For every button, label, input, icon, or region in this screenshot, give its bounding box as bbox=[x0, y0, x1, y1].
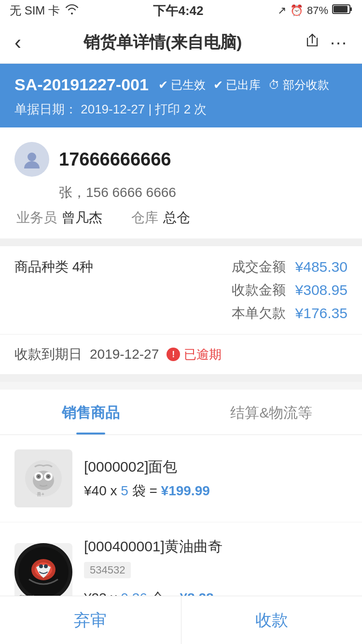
svg-text:兽+: 兽+ bbox=[37, 491, 44, 497]
badge-activated: ✔ 已生效 bbox=[158, 77, 206, 93]
debt-label: 本单欠款 bbox=[232, 304, 286, 322]
qty-bread: 5 bbox=[121, 483, 128, 498]
page-title: 销货单详情(来自电脑) bbox=[84, 31, 242, 54]
collect-button[interactable]: 收款 bbox=[181, 596, 362, 644]
clock-icon: ⏱ bbox=[268, 78, 280, 92]
check-icon-activated: ✔ bbox=[158, 78, 168, 92]
location-icon: ↗ bbox=[278, 4, 286, 17]
customer-section: 17666666666 张，156 6666 6666 业务员 曾凡杰 仓库 总… bbox=[0, 127, 362, 238]
svg-point-10 bbox=[38, 476, 40, 477]
due-date-section: 收款到期日 2019-12-27 ! 已逾期 bbox=[0, 334, 362, 374]
reject-button[interactable]: 弃审 bbox=[0, 596, 181, 644]
share-icon[interactable] bbox=[304, 32, 320, 52]
battery-icon bbox=[332, 4, 352, 17]
product-type-summary: 商品种类 4种 bbox=[14, 258, 93, 276]
back-button[interactable]: ‹ bbox=[14, 31, 21, 54]
alarm-icon: ⏰ bbox=[290, 4, 303, 17]
product-thumb-bread: 兽+ bbox=[14, 449, 72, 507]
badge-shipped: ✔ 已出库 bbox=[213, 77, 261, 93]
svg-point-17 bbox=[39, 564, 43, 568]
status-bar: 无 SIM 卡 下午4:42 ↗ ⏰ 87% bbox=[0, 0, 362, 21]
divider-2 bbox=[0, 374, 362, 382]
badge-partial-payment: ⏱ 部分收款 bbox=[268, 77, 329, 93]
check-icon-shipped: ✔ bbox=[213, 78, 223, 92]
amount-summary: 成交金额 ¥485.30 收款金额 ¥308.95 本单欠款 ¥176.35 bbox=[232, 258, 348, 322]
status-time: 下午4:42 bbox=[153, 2, 203, 19]
sales-label: 业务员 bbox=[16, 209, 57, 227]
tab-sales-products[interactable]: 销售商品 bbox=[0, 390, 181, 434]
product-price-bread: ¥40 x 5 袋 = ¥199.99 bbox=[84, 482, 348, 500]
svg-point-18 bbox=[44, 564, 48, 568]
warehouse-label: 仓库 bbox=[131, 209, 158, 227]
bottom-bar: 弃审 收款 bbox=[0, 596, 362, 644]
product-name-bread: [0000002]面包 bbox=[84, 457, 348, 477]
product-info-bread: [0000002]面包 ¥40 x 5 袋 = ¥199.99 bbox=[84, 457, 348, 500]
transaction-value: ¥485.30 bbox=[295, 259, 348, 275]
svg-point-11 bbox=[47, 476, 49, 477]
customer-meta: 业务员 曾凡杰 仓库 总仓 bbox=[16, 209, 348, 227]
battery-text: 87% bbox=[307, 4, 328, 17]
transaction-label: 成交金额 bbox=[232, 258, 286, 276]
overdue-icon: ! bbox=[167, 348, 180, 361]
overdue-text: 已逾期 bbox=[184, 346, 222, 363]
receipt-value: ¥308.95 bbox=[295, 282, 348, 298]
product-sku-cookie: 534532 bbox=[84, 562, 131, 578]
wifi-icon bbox=[65, 4, 79, 17]
overdue-badge: ! 已逾期 bbox=[167, 346, 222, 363]
nav-actions: ··· bbox=[304, 32, 348, 53]
warehouse-name: 总仓 bbox=[163, 209, 190, 227]
customer-name: 张，156 6666 6666 bbox=[59, 183, 348, 202]
customer-avatar bbox=[14, 142, 49, 177]
status-left: 无 SIM 卡 bbox=[10, 3, 79, 18]
nav-bar: ‹ 销货单详情(来自电脑) ··· bbox=[0, 21, 362, 64]
total-bread: ¥199.99 bbox=[161, 483, 210, 498]
svg-rect-1 bbox=[334, 6, 348, 13]
due-date-value: 2019-12-27 bbox=[90, 347, 159, 362]
product-list: 兽+ [0000002]面包 ¥40 x 5 袋 = ¥199.99 bbox=[0, 435, 362, 622]
more-icon[interactable]: ··· bbox=[330, 32, 348, 53]
svg-point-3 bbox=[28, 153, 36, 161]
summary-section: 商品种类 4种 成交金额 ¥485.30 收款金额 ¥308.95 本单欠款 ¥… bbox=[0, 246, 362, 334]
carrier-text: 无 SIM 卡 bbox=[10, 3, 60, 18]
tab-settlement-logistics[interactable]: 结算&物流等 bbox=[181, 390, 362, 434]
tabs-section: 销售商品 结算&物流等 bbox=[0, 390, 362, 435]
order-id: SA-20191227-001 bbox=[14, 75, 149, 94]
unit-price-bread: ¥40 bbox=[84, 483, 107, 498]
sales-name: 曾凡杰 bbox=[62, 209, 102, 227]
customer-id: 17666666666 bbox=[59, 149, 171, 170]
divider-1 bbox=[0, 238, 362, 246]
product-thumb-cookie: diamond bbox=[14, 543, 72, 601]
order-date-line: 单据日期： 2019-12-27 | 打印 2 次 bbox=[14, 101, 348, 118]
product-name-cookie: [000400001]黄油曲奇 bbox=[84, 537, 348, 557]
product-item-bread: 兽+ [0000002]面包 ¥40 x 5 袋 = ¥199.99 bbox=[0, 435, 362, 522]
status-right: ↗ ⏰ 87% bbox=[278, 4, 352, 17]
receipt-label: 收款金额 bbox=[232, 281, 286, 299]
type-count: 4种 bbox=[72, 259, 94, 274]
debt-value: ¥176.35 bbox=[295, 305, 348, 322]
order-header: SA-20191227-001 ✔ 已生效 ✔ 已出库 ⏱ 部分收款 单据日期：… bbox=[0, 64, 362, 127]
svg-rect-2 bbox=[350, 7, 352, 11]
status-badges: ✔ 已生效 ✔ 已出库 ⏱ 部分收款 bbox=[158, 77, 329, 93]
due-date-label: 收款到期日 bbox=[14, 345, 82, 364]
